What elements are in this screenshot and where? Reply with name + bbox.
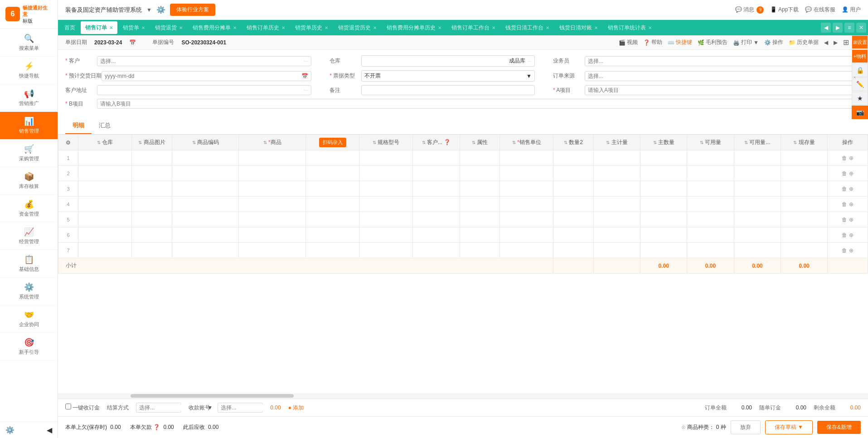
- app-download-btn[interactable]: 📱 App下载: [770, 6, 799, 14]
- a-project-input[interactable]: [588, 87, 858, 93]
- one-click-checkbox[interactable]: [65, 404, 71, 409]
- message-btn[interactable]: 💬 消息 9: [735, 6, 764, 14]
- row-7-spec[interactable]: [359, 243, 413, 258]
- th-qty2[interactable]: ⇅ 数量2: [553, 135, 594, 150]
- toolbar-grid-btn[interactable]: ⊞: [843, 38, 849, 47]
- row-5-sales-unit[interactable]: [500, 212, 553, 227]
- ticket-type-select-wrap[interactable]: 不开票 ▼: [361, 70, 535, 82]
- row-3-code[interactable]: [172, 181, 239, 197]
- row-5-main-unit[interactable]: [593, 212, 640, 227]
- row-3-main-qty[interactable]: [640, 181, 687, 197]
- sidebar-item-basic-info[interactable]: 📋 基础信息: [0, 250, 58, 278]
- row-3-product[interactable]: [239, 181, 306, 197]
- th-sales-unit[interactable]: ⇅ *销售单位: [500, 135, 553, 150]
- row-7-stock[interactable]: [781, 243, 827, 258]
- row-6-main-unit[interactable]: [593, 227, 640, 243]
- row-2-delete-icon[interactable]: 🗑: [842, 170, 847, 177]
- tab-home[interactable]: 首页: [60, 21, 80, 34]
- row-7-product[interactable]: [239, 243, 306, 258]
- row-3-warehouse[interactable]: [78, 181, 132, 197]
- row-4-main-unit[interactable]: [593, 197, 640, 212]
- row-3-main-unit[interactable]: [593, 181, 640, 197]
- th-avail[interactable]: ⇅ 可用量: [687, 135, 734, 150]
- row-4-sales-unit[interactable]: [500, 197, 553, 212]
- address-expand-icon[interactable]: ···: [304, 87, 308, 93]
- row-3-attr[interactable]: [460, 181, 500, 197]
- th-settings[interactable]: ⚙: [58, 135, 78, 150]
- row-6-sales-unit[interactable]: [500, 227, 553, 243]
- row-3-avail2[interactable]: [734, 181, 781, 197]
- tab-close-sales-order-history[interactable]: ✕: [281, 25, 285, 30]
- sidebar-item-sales[interactable]: 📊 销售管理: [0, 112, 58, 140]
- row-5-delete-icon[interactable]: 🗑: [842, 217, 847, 223]
- salesperson-input-wrap[interactable]: [585, 56, 861, 66]
- right-panel-settings-btn[interactable]: ⊞设置: [852, 35, 868, 49]
- topbar-settings-icon[interactable]: ⚙️: [156, 5, 165, 14]
- row-4-avail[interactable]: [687, 197, 734, 212]
- th-code[interactable]: ⇅ 商品编码: [172, 135, 239, 150]
- data-table-wrap[interactable]: ⚙ ⇅ 仓库 ⇅ 商品图片 ⇅: [58, 135, 868, 393]
- row-7-delete-icon[interactable]: 🗑: [842, 247, 847, 254]
- row-3-avail[interactable]: [687, 181, 734, 197]
- order-source-input-wrap[interactable]: ▼: [585, 71, 861, 81]
- row-1-delete-icon[interactable]: 🗑: [842, 155, 847, 161]
- row-6-spec[interactable]: [359, 227, 413, 243]
- row-1-avail[interactable]: [687, 150, 734, 166]
- row-7-code[interactable]: [172, 243, 239, 258]
- row-2-code[interactable]: [172, 166, 239, 181]
- row-1-stock[interactable]: [781, 150, 827, 166]
- row-7-main-unit[interactable]: [593, 243, 640, 258]
- row-6-qty2[interactable]: [553, 227, 594, 243]
- row-7-image[interactable]: [132, 243, 172, 258]
- row-1-spec[interactable]: [359, 150, 413, 166]
- row-4-image[interactable]: [132, 197, 172, 212]
- row-2-product[interactable]: [239, 166, 306, 181]
- tab-close-sales-order[interactable]: ✕: [109, 25, 113, 30]
- save-draft-dropdown-icon[interactable]: ▼: [798, 424, 803, 430]
- tab-expense-history[interactable]: 销售费用分摊单历史 ✕: [382, 21, 446, 34]
- help-btn[interactable]: ❓ 帮助: [643, 39, 662, 46]
- th-warehouse[interactable]: ⇅ 仓库: [78, 135, 132, 150]
- row-2-attr[interactable]: [460, 166, 500, 181]
- row-4-avail2[interactable]: [734, 197, 781, 212]
- collapse-icon[interactable]: ◀: [47, 426, 52, 434]
- address-input-wrap[interactable]: ···: [97, 85, 311, 95]
- row-5-spec[interactable]: [359, 212, 413, 227]
- row-3-stock[interactable]: [781, 181, 827, 197]
- tab-close-sales-return[interactable]: ✕: [179, 25, 183, 30]
- tab-close-sales-invoice[interactable]: ✕: [141, 25, 145, 30]
- row-1-customer-code[interactable]: [413, 150, 460, 166]
- th-spec[interactable]: ⇅ 规格型号: [359, 135, 413, 150]
- row-4-warehouse[interactable]: [78, 197, 132, 212]
- row-3-customer-code[interactable]: [413, 181, 460, 197]
- a-project-input-wrap[interactable]: [585, 85, 861, 95]
- row-6-product[interactable]: [239, 227, 306, 243]
- ticket-type-dropdown-icon[interactable]: ▼: [526, 73, 532, 79]
- row-2-main-qty[interactable]: [640, 166, 687, 181]
- row-1-qty2[interactable]: [553, 150, 594, 166]
- row-6-avail2[interactable]: [734, 227, 781, 243]
- print-btn[interactable]: 🖨️ 打印 ▼: [733, 39, 759, 46]
- row-1-copy-icon[interactable]: ⊕: [849, 155, 853, 161]
- tab-sales-invoice-history[interactable]: 销货单历史 ✕: [291, 21, 333, 34]
- row-5-avail[interactable]: [687, 212, 734, 227]
- warehouse-expand-icon[interactable]: ···: [527, 58, 532, 64]
- tab-daily-clear-workbench[interactable]: 钱货日清工作台 ✕: [501, 21, 554, 34]
- topbar-dropdown-icon[interactable]: ▼: [146, 7, 152, 13]
- save-new-button[interactable]: 保存&新增: [817, 421, 861, 434]
- customer-expand-icon[interactable]: ···: [304, 58, 308, 64]
- toolbar-next-btn[interactable]: ▶: [834, 39, 838, 46]
- action-btn[interactable]: ⚙️ 操作: [764, 39, 783, 46]
- row-1-warehouse[interactable]: [78, 150, 132, 166]
- tab-close-sales-summary[interactable]: ✕: [648, 25, 652, 30]
- scroll-thumb[interactable]: [131, 394, 294, 398]
- th-customer-code[interactable]: ⇅ 客户... ❓: [413, 135, 460, 150]
- customer-input-wrap[interactable]: ···: [97, 56, 311, 66]
- remark-input-wrap[interactable]: [361, 85, 535, 95]
- row-7-attr[interactable]: [460, 243, 500, 258]
- tab-next-btn[interactable]: ▶: [833, 23, 843, 33]
- row-4-main-qty[interactable]: [640, 197, 687, 212]
- sidebar-item-marketing[interactable]: 📢 营销推广: [0, 84, 58, 112]
- row-6-stock[interactable]: [781, 227, 827, 243]
- row-5-main-qty[interactable]: [640, 212, 687, 227]
